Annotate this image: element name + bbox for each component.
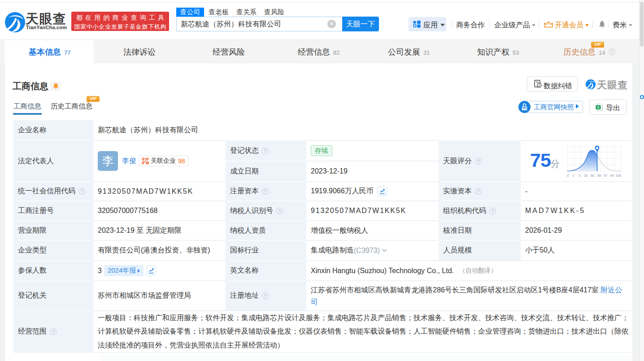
svg-text:85: 85: [597, 174, 601, 178]
svg-text:3: 3: [579, 174, 580, 178]
svg-text:97: 97: [604, 174, 607, 178]
svg-text:X: X: [597, 105, 600, 109]
svg-text:100: 100: [616, 174, 622, 178]
svg-text:15: 15: [584, 174, 587, 178]
svg-text:99: 99: [610, 174, 614, 178]
svg-text:50: 50: [591, 174, 594, 178]
svg-text:1: 1: [572, 174, 574, 178]
svg-text:0: 0: [567, 174, 569, 178]
svg-text:企: 企: [146, 161, 149, 164]
